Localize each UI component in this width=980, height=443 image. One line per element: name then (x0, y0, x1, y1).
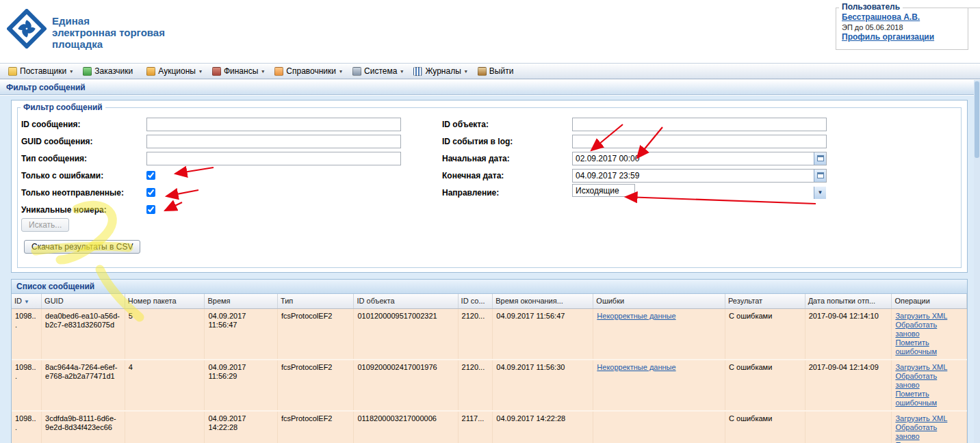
table-row: 1098... 8ac9644a-7264-e6ef-e768-a2b2a774… (12, 360, 967, 411)
only-unsent-checkbox[interactable] (146, 188, 155, 197)
message-guid-input[interactable] (146, 135, 401, 148)
dictionaries-folder-icon (274, 67, 283, 76)
user-name-link[interactable]: Бесстрашнова А.В. (842, 12, 962, 23)
end-date-label: Конечная дата: (442, 171, 572, 180)
menu-label: Заказчики (94, 66, 133, 76)
menu-item-journals[interactable]: Журналы ▾ (409, 64, 473, 79)
cell-id: 1098... (12, 411, 42, 443)
load-xml-link[interactable]: Загрузить XML (895, 414, 963, 423)
cell-packet (125, 411, 205, 443)
start-date-label: Начальная дата: (442, 154, 572, 163)
calendar-icon (817, 172, 824, 178)
content-area: Фильтр сообщений ID сообщения: GUID сооб… (0, 96, 980, 443)
menu-item-dictionaries[interactable]: Справочники ▾ (270, 64, 348, 79)
download-csv-button[interactable]: Скачать результаты в CSV (24, 240, 140, 254)
col-header-operations[interactable]: Операции (892, 294, 967, 308)
col-header-end-time[interactable]: Время окончания... (493, 294, 593, 308)
cell-object-id: 0118200003217000006 (354, 411, 458, 443)
auctions-hammer-icon (146, 67, 155, 76)
menu-item-finance[interactable]: Финансы ▾ (208, 64, 270, 79)
col-header-errors[interactable]: Ошибки (593, 294, 725, 308)
cell-time: 04.09.2017 11:56:29 (205, 360, 277, 411)
only-errors-checkbox[interactable] (146, 171, 155, 180)
load-xml-link[interactable]: Загрузить XML (895, 312, 963, 321)
cell-id: 1098... (12, 360, 42, 411)
cell-operations: Загрузить XML Обработать заново Пометить… (892, 360, 967, 411)
chevron-down-icon: ▾ (339, 68, 342, 75)
cell-result: С ошибками (725, 411, 805, 443)
col-header-id[interactable]: ID▼ (12, 294, 42, 308)
system-monitor-icon (352, 67, 361, 76)
start-date-calendar-button[interactable] (814, 152, 826, 165)
menu-item-customers[interactable]: Заказчики (79, 64, 142, 79)
mark-erroneous-link[interactable]: Пометить ошибочным (895, 390, 963, 407)
cell-end-time: 04.09.2017 11:56:47 (493, 308, 593, 360)
scrollbar-thumb[interactable] (975, 81, 979, 158)
error-details-link[interactable]: Некорректные данные (597, 363, 675, 371)
col-header-object-id[interactable]: ID объекта (354, 294, 458, 308)
vertical-scrollbar[interactable] (974, 80, 980, 443)
cell-attempt-date (805, 411, 892, 443)
start-date-input[interactable] (572, 152, 827, 165)
col-header-result[interactable]: Результат (725, 294, 805, 308)
message-guid-label: GUID сообщения: (21, 137, 146, 146)
cell-guid: 8ac9644a-7264-e6ef-e768-a2b2a77471d1 (42, 360, 125, 411)
direction-select[interactable]: Исходящие (572, 184, 635, 197)
org-profile-link[interactable]: Профиль организации (842, 32, 962, 42)
menu-item-suppliers[interactable]: Поставщики ▾ (4, 64, 79, 79)
log-event-id-input[interactable] (572, 135, 827, 148)
mark-erroneous-link[interactable]: Пометить ошибочным (895, 338, 963, 356)
error-details-link[interactable]: Некорректные данные (597, 312, 675, 320)
message-id-input[interactable] (146, 118, 401, 131)
col-header-time[interactable]: Время (205, 294, 277, 308)
brand-line-3: площадка (52, 38, 165, 50)
only-unsent-label: Только неотправленные: (21, 188, 146, 198)
col-header-guid[interactable]: GUID (42, 294, 125, 308)
menu-label: Система (364, 66, 397, 76)
only-errors-label: Только с ошибками: (21, 171, 146, 180)
menu-item-logout[interactable]: Выйти (474, 64, 520, 79)
cell-id-so: 2120... (458, 360, 493, 411)
filter-legend: Фильтр сообщений (21, 103, 105, 112)
object-id-label: ID объекта: (442, 120, 572, 129)
user-panel-title: Пользователь (839, 2, 903, 12)
finance-bank-icon (212, 67, 221, 76)
chevron-down-icon: ▾ (261, 68, 264, 75)
cell-result: С ошибками (725, 360, 805, 411)
reprocess-link[interactable]: Обработать заново (895, 423, 963, 441)
search-button[interactable]: Искать... (21, 218, 69, 232)
mark-erroneous-link[interactable]: Пометить ошибочным (895, 441, 963, 443)
cell-time: 04.09.2017 14:22:28 (205, 411, 277, 443)
cell-type: fcsProtocolEF2 (277, 411, 354, 443)
menu-item-system[interactable]: Система ▾ (348, 64, 409, 79)
cell-end-time: 04.09.2017 14:22:28 (493, 411, 593, 443)
cell-id-so: 2117... (458, 411, 493, 443)
cell-operations: Загрузить XML Обработать заново Пометить… (892, 308, 967, 360)
reprocess-link[interactable]: Обработать заново (895, 321, 963, 338)
message-type-input[interactable] (146, 152, 401, 165)
unique-numbers-checkbox[interactable] (146, 205, 155, 214)
cell-guid: dea0bed6-ea10-a56d-b2c7-e831d326075d (42, 308, 125, 360)
direction-dropdown-button[interactable]: ▼ (814, 187, 826, 199)
col-header-packet[interactable]: Номер пакета (125, 294, 205, 308)
cell-result: С ошибками (725, 308, 805, 360)
end-date-input[interactable] (572, 169, 827, 183)
chevron-down-icon: ▾ (70, 68, 73, 75)
end-date-calendar-button[interactable] (814, 170, 826, 182)
reprocess-link[interactable]: Обработать заново (895, 372, 963, 390)
menu-item-auctions[interactable]: Аукционы ▾ (142, 64, 208, 79)
main-menu-bar: Поставщики ▾ Заказчики Аукционы ▾ Финанс… (0, 63, 980, 79)
chevron-down-icon: ▼ (818, 189, 823, 196)
col-header-attempt-date[interactable]: Дата попытки отп... (805, 294, 892, 308)
col-header-type[interactable]: Тип (277, 294, 354, 308)
chevron-down-icon: ▾ (465, 68, 467, 75)
menu-label: Аукционы (158, 66, 196, 76)
cell-object-id: 0101200009517002321 (354, 308, 458, 360)
col-header-id-so[interactable]: ID со... (458, 294, 493, 308)
menu-label: Выйти (489, 66, 514, 76)
object-id-input[interactable] (572, 118, 827, 131)
suppliers-folder-icon (8, 67, 17, 76)
messages-table-title: Список сообщений (12, 280, 967, 294)
table-row: 1098... 3cdfda9b-8111-6d6e-9e2d-8d34f423… (12, 411, 967, 443)
load-xml-link[interactable]: Загрузить XML (895, 363, 963, 372)
